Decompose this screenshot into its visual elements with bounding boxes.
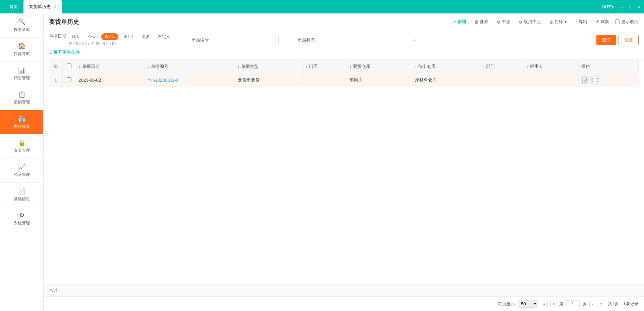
main-layout: 🔍 搜索菜单 🏠 快捷导航 📊 销售管理 📋 采购管理 🏪 库存核算 🔒 资金管… — [0, 13, 644, 311]
active-tab[interactable]: 要货单历史 × — [23, 0, 62, 13]
home-tab-label: 首页 — [9, 4, 18, 10]
col-doc-date-label: ↕ 单据日期 — [79, 64, 100, 69]
sidebar-item-search[interactable]: 🔍 搜索菜单 — [0, 13, 43, 38]
sidebar-item-label: 销售管理 — [14, 75, 30, 81]
current-page-input[interactable] — [566, 300, 580, 307]
row-req-warehouse: 车间库 — [346, 73, 412, 87]
doc-number-input[interactable] — [212, 36, 279, 44]
expand-more-label: 展开更多条件 — [54, 49, 80, 55]
show-detail-label: 显示明细 — [621, 19, 639, 25]
table-row: 1 2023-06-02 YH-20230602-0 要货单要货 车间库 原材料… — [49, 73, 639, 87]
date-buttons: 昨天 今天 近7天 近1月 更多 自定义 — [69, 33, 173, 40]
delete-button[interactable]: 🗑 删除 — [472, 17, 491, 26]
data-table: ⚙ ↕ 单据日期 ↕ 单据编号 ↕ 单据类型 — [49, 60, 639, 87]
tab-close-icon[interactable]: × — [54, 4, 56, 9]
finance-icon: 🔒 — [18, 139, 25, 146]
last-page-btn[interactable]: » — [598, 301, 605, 307]
today-btn[interactable]: 今天 — [85, 33, 99, 40]
delete-label: 删除 — [480, 19, 489, 25]
next-page-btn[interactable]: › — [589, 301, 595, 307]
basicinfo-icon: 📄 — [18, 187, 25, 195]
col-store-label: ↕ 门店 — [306, 64, 318, 69]
search-menu-icon: 🔍 — [18, 18, 25, 26]
sales-icon: 📊 — [18, 66, 25, 74]
stop-button[interactable]: ⊘ 中止 — [495, 17, 513, 26]
sidebar-item-label: 基础信息 — [14, 196, 30, 202]
table-header-row: ⚙ ↕ 单据日期 ↕ 单据编号 ↕ 单据类型 — [49, 60, 639, 73]
show-detail-checkbox[interactable]: 显示明细 — [615, 19, 639, 25]
new-button[interactable]: + 新增 — [452, 17, 468, 26]
doc-status-select-wrapper: ▾ — [318, 36, 418, 44]
per-page-select[interactable]: 50 100 — [518, 300, 538, 308]
custom-btn[interactable]: 自定义 — [155, 33, 173, 40]
export-button[interactable]: ↑ 导出 — [573, 17, 590, 26]
col-settings-icon[interactable]: ⚙ — [53, 63, 58, 69]
total-label: 合计： — [49, 287, 62, 294]
header-actions: + 新增 🗑 删除 ⊘ 中止 ⊘ 取消中止 🖨 打印 ▾ — [452, 17, 639, 26]
setting-button[interactable]: 设置 — [619, 35, 639, 45]
top-bar-right: OfTEn — □ × — [602, 4, 640, 9]
row-handler — [524, 73, 578, 87]
maximize-icon[interactable]: □ — [630, 4, 632, 9]
minimize-icon[interactable]: — — [620, 4, 624, 9]
print-button[interactable]: 🖨 打印 ▾ — [547, 17, 569, 26]
refresh-button[interactable]: ↺ 刷新 — [593, 17, 611, 26]
row-doc-type: 要货单要货 — [235, 73, 303, 87]
col-handler-label: ↕ 经手人 — [527, 64, 543, 69]
top-bar: 首页 要货单历史 × OfTEn — □ × — [0, 0, 644, 13]
filter-action-buttons: 查询 设置 — [596, 35, 639, 45]
doc-date-label: 单据日期 — [49, 33, 66, 39]
col-department: ↕ 部门 — [480, 60, 524, 73]
sidebar-item-operations[interactable]: 📈 经营管理 — [0, 159, 43, 183]
row-doc-number[interactable]: YH-20230602-0 — [145, 73, 235, 87]
row-more-btn[interactable]: ⋮⋮ — [591, 76, 599, 84]
per-page-label: 每页显示 — [498, 301, 515, 307]
page-unit: 页 — [582, 301, 587, 307]
print-icon: 🖨 — [549, 19, 553, 25]
select-all-checkbox[interactable] — [67, 63, 71, 68]
home-tab[interactable]: 首页 — [4, 0, 23, 13]
doc-number-link[interactable]: YH-20230602-0 — [148, 78, 178, 83]
export-icon: ↑ — [575, 19, 578, 25]
cancel-stop-button[interactable]: ⊘ 取消中止 — [517, 17, 543, 26]
row-select-checkbox[interactable] — [67, 77, 71, 82]
doc-status-select[interactable] — [318, 36, 418, 44]
doc-status-label: 单据状态 — [298, 37, 315, 43]
col-pending-warehouse-label: ↕ 待出仓库 — [415, 64, 436, 69]
row-edit-btn[interactable]: 📝 — [581, 76, 589, 84]
col-doc-number-label: ↕ 单据编号 — [148, 64, 168, 69]
table-container: ⚙ ↕ 单据日期 ↕ 单据编号 ↕ 单据类型 — [44, 60, 644, 284]
sidebar-item-sales[interactable]: 📊 销售管理 — [0, 62, 43, 86]
expand-more-button[interactable]: ∨ 展开更多条件 — [49, 49, 639, 55]
col-operation: 操作 — [578, 60, 638, 73]
close-window-icon[interactable]: × — [637, 4, 640, 9]
date-filter-group: 昨天 今天 近7天 近1月 更多 自定义 2023-05-27 至 2023-0… — [69, 33, 173, 47]
first-page-btn[interactable]: « — [541, 301, 548, 307]
sidebar-item-purchase[interactable]: 📋 采购管理 — [0, 86, 43, 110]
sidebar-item-basicinfo[interactable]: 📄 基础信息 — [0, 183, 43, 207]
doc-status-filter: 单据状态 ▾ — [298, 36, 587, 44]
last1month-btn[interactable]: 近1月 — [121, 33, 137, 40]
stop-label: 中止 — [502, 19, 511, 25]
row-index: 1 — [49, 73, 62, 87]
total-info: 共1页，1条记录 — [608, 301, 639, 307]
sidebar-item-quicknav[interactable]: 🏠 快捷导航 — [0, 38, 43, 62]
prev-page-btn[interactable]: ‹ — [550, 301, 556, 307]
col-settings: ⚙ — [49, 60, 62, 73]
doc-number-label: 单据编号 — [192, 37, 209, 43]
operations-icon: 📈 — [18, 163, 25, 171]
query-button[interactable]: 查询 — [596, 35, 616, 45]
cancel-stop-label: 取消中止 — [524, 19, 541, 25]
sidebar-item-finance[interactable]: 🔒 资金管理 — [0, 134, 43, 159]
filter-area: 单据日期 昨天 今天 近7天 近1月 更多 自定义 2023-05-27 至 2… — [44, 29, 644, 60]
pagination-area: 每页显示 50 100 « ‹ 第 页 › » 共1页，1条记录 — [44, 296, 644, 311]
sidebar-item-system[interactable]: ⚙ 系统管理 — [0, 207, 43, 231]
row-checkbox[interactable] — [62, 73, 76, 87]
show-detail-input[interactable] — [615, 19, 620, 24]
system-icon: ⚙ — [19, 212, 24, 219]
sidebar-item-inventory[interactable]: 🏪 库存核算 — [0, 110, 43, 134]
yesterday-btn[interactable]: 昨天 — [69, 33, 83, 40]
sidebar-item-label: 搜索菜单 — [14, 27, 30, 33]
more-btn[interactable]: 更多 — [139, 33, 153, 40]
last7days-btn[interactable]: 近7天 — [101, 33, 118, 40]
